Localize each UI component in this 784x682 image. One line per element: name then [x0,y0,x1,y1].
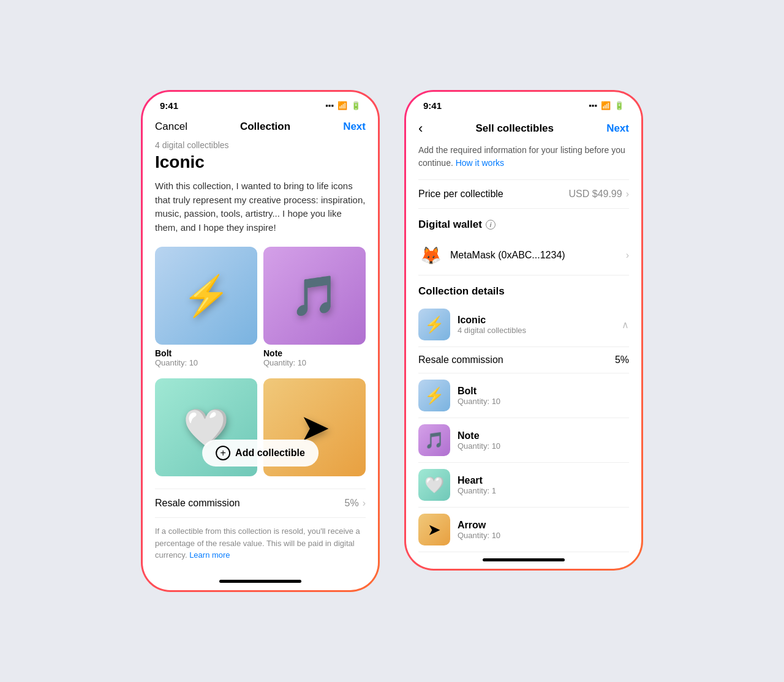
collection-thumbnail: ⚡ [418,309,450,340]
resale-commission-details-row: Resale commission 5% [418,347,629,373]
arrow-info: Arrow Quantity: 10 [458,520,500,540]
heart-thumb-sm: 🤍 [418,469,450,501]
list-item: ➤ Arrow Quantity: 10 [418,508,629,552]
arrow-sm-icon: ➤ [428,520,441,539]
learn-more-link[interactable]: Learn more [189,550,230,560]
bolt-thumbnail: ⚡ [155,247,257,345]
add-circle-icon: + [216,446,230,460]
price-row[interactable]: Price per collectible USD $49.99 › [418,179,629,209]
metamask-icon: 🦊 [418,243,443,268]
status-icons-right: ▪▪▪ 📶 🔋 [589,101,624,110]
add-collectible-button[interactable]: + Add collectible [202,440,318,467]
battery-icon-right: 🔋 [614,101,624,110]
right-content: Add the required information for your li… [406,144,641,552]
nav-bar-left: Cancel Collection Next [143,116,378,140]
price-label: Price per collectible [418,189,503,200]
chevron-up-icon: ∧ [622,319,629,331]
note-thumb-sm: 🎵 [418,424,450,456]
note-info: Note Quantity: 10 [458,430,500,451]
collection-description: With this collection, I wanted to bring … [155,179,366,234]
left-phone: 9:41 ▪▪▪ 📶 🔋 Cancel Collection Next 4 di… [141,90,380,592]
arrow-thumb-sm: ➤ [418,514,450,545]
battery-icon: 🔋 [351,101,361,110]
status-bar-left: 9:41 ▪▪▪ 📶 🔋 [143,92,378,116]
arrow-name-right: Arrow [458,520,500,531]
collection-subtitle: 4 digital collectibles [155,140,366,150]
list-item: 🎵 Note Quantity: 10 [263,247,366,372]
chevron-right-wallet-icon: › [626,250,629,261]
resale-commission-row[interactable]: Resale commission 5% › [155,489,366,518]
resale-percent: 5% [345,498,359,509]
arrow-qty-right: Quantity: 10 [458,531,500,540]
chevron-right-price-icon: › [626,189,629,200]
list-item: ⚡ Bolt Quantity: 10 [155,247,257,372]
back-button[interactable]: ‹ [418,121,423,137]
note-name: Note [263,348,366,358]
collection-name: Iconic [458,315,526,326]
nav-title-left: Collection [240,121,290,133]
nav-bar-right: ‹ Sell collectibles Next [406,116,641,144]
signal-icon-right: ▪▪▪ [589,101,597,110]
list-item: ⚡ Bolt Quantity: 10 [418,373,629,418]
status-icons-left: ▪▪▪ 📶 🔋 [325,101,361,110]
note-sm-icon: 🎵 [424,431,444,450]
wallet-info: 🦊 MetaMask (0xABC...1234) [418,243,565,268]
heart-info: Heart Quantity: 1 [458,475,496,495]
collection-digital-count: 4 digital collectibles [458,326,526,335]
right-phone: 9:41 ▪▪▪ 📶 🔋 ‹ Sell collectibles Next Ad… [404,90,643,571]
resale-description: If a collectible from this collection is… [155,518,366,574]
left-content: 4 digital collectibles Iconic With this … [143,140,378,574]
heart-qty-right: Quantity: 1 [458,486,496,495]
collection-info: Iconic 4 digital collectibles [458,315,526,335]
note-qty-right: Quantity: 10 [458,441,500,451]
next-button-right[interactable]: Next [606,122,629,135]
bolt-card: ⚡ [155,247,257,345]
nav-title-right: Sell collectibles [475,122,554,135]
collection-details-section: Collection details ⚡ Iconic 4 digital co… [418,285,629,552]
collection-header-left: ⚡ Iconic 4 digital collectibles [418,309,526,340]
collection-details-title: Collection details [418,285,629,298]
note-name-right: Note [458,430,500,441]
digital-wallet-section-title: Digital wallet i [418,219,629,231]
home-indicator-left [219,580,301,583]
note-qty: Quantity: 10 [263,358,366,367]
list-item: 🎵 Note Quantity: 10 [418,418,629,463]
wallet-name: MetaMask (0xABC...1234) [450,250,565,261]
bolt-name: Bolt [155,348,257,358]
wifi-icon-right: 📶 [601,101,611,110]
bolt-thumb-sm: ⚡ [418,380,450,411]
status-bar-right: 9:41 ▪▪▪ 📶 🔋 [406,92,641,116]
info-icon[interactable]: i [486,220,496,230]
wallet-row[interactable]: 🦊 MetaMask (0xABC...1234) › [418,236,629,275]
next-button-left[interactable]: Next [343,121,366,133]
note-icon: 🎵 [290,273,339,319]
bolt-qty: Quantity: 10 [155,358,257,367]
note-thumbnail: 🎵 [263,247,366,345]
heart-sm-icon: 🤍 [424,476,444,495]
resale-commission-value: 5% [615,354,629,365]
listing-description: Add the required information for your li… [418,144,629,170]
chevron-right-icon: › [363,498,366,509]
time-left: 9:41 [160,100,178,111]
cancel-button[interactable]: Cancel [155,121,187,133]
time-right: 9:41 [423,100,442,111]
resale-value-group: 5% › [345,498,366,509]
bolt-info: Bolt Quantity: 10 [458,386,500,406]
how-it-works-link[interactable]: How it works [456,158,504,168]
resale-label: Resale commission [155,498,240,509]
list-item: 🤍 Heart Quantity: 1 [418,463,629,508]
signal-icon: ▪▪▪ [325,101,334,110]
note-card: 🎵 [263,247,366,345]
collection-bolt-icon: ⚡ [424,315,444,334]
resale-commission-label: Resale commission [418,354,503,365]
collection-header-row[interactable]: ⚡ Iconic 4 digital collectibles ∧ [418,302,629,347]
heart-name-right: Heart [458,475,496,486]
add-collectible-label: Add collectible [235,448,305,459]
collectibles-grid: ⚡ Bolt Quantity: 10 🎵 Note Quantity: 10 [155,247,366,476]
bolt-name-right: Bolt [458,386,500,397]
home-indicator-right [483,558,565,561]
collection-title: Iconic [155,152,366,172]
bolt-icon: ⚡ [182,273,231,319]
price-amount: USD $49.99 [569,189,622,200]
wifi-icon: 📶 [337,101,347,110]
